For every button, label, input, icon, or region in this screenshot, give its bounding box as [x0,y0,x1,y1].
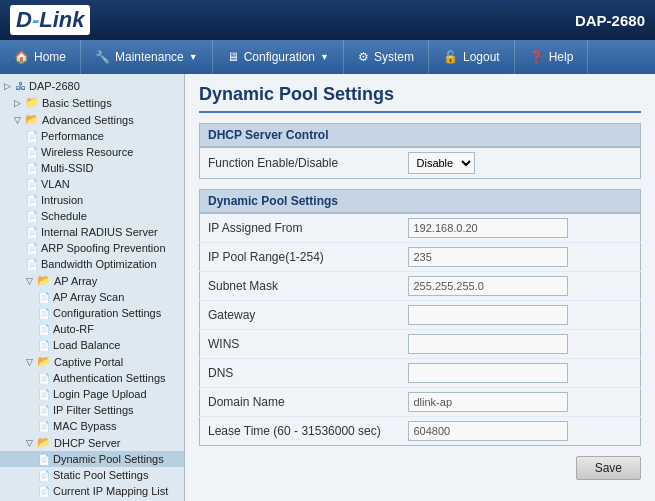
field-row-ip-assigned-from: IP Assigned From [200,214,641,243]
header: D-Link DAP-2680 [0,0,655,40]
sidebar-item-auto-rf[interactable]: 📄 Auto-RF [0,321,184,337]
sidebar-bandwidth-label: Bandwidth Optimization [41,258,157,270]
sidebar-schedule-label: Schedule [41,210,87,222]
schedule-page-icon: 📄 [26,211,38,222]
wireless-page-icon: 📄 [26,147,38,158]
nav-system[interactable]: ⚙ System [344,40,429,74]
dhcp-expand-icon: ▽ [26,438,33,448]
field-input-gateway[interactable] [408,305,568,325]
sidebar-dynamic-pool-label: Dynamic Pool Settings [53,453,164,465]
page-title: Dynamic Pool Settings [199,84,641,113]
content-area: Dynamic Pool Settings DHCP Server Contro… [185,74,655,501]
sidebar-item-arp-spoofing[interactable]: 📄 ARP Spoofing Prevention [0,240,184,256]
sidebar-static-pool-label: Static Pool Settings [53,469,148,481]
sidebar-item-vlan[interactable]: 📄 VLAN [0,176,184,192]
sidebar-item-schedule[interactable]: 📄 Schedule [0,208,184,224]
captive-expand-icon: ▽ [26,357,33,367]
nav-home-label: Home [34,50,66,64]
sidebar-item-wireless-resource[interactable]: 📄 Wireless Resource [0,144,184,160]
navbar: 🏠 Home 🔧 Maintenance ▼ 🖥 Configuration ▼… [0,40,655,74]
dlink-logo: D-Link [10,5,96,35]
dhcp-folder-icon: 📂 [37,436,51,449]
auto-rf-page-icon: 📄 [38,324,50,335]
help-icon: ❓ [529,50,544,64]
sidebar-item-internal-radius[interactable]: 📄 Internal RADIUS Server [0,224,184,240]
sidebar-item-dynamic-pool[interactable]: 📄 Dynamic Pool Settings [0,451,184,467]
sidebar-item-config-settings[interactable]: 📄 Configuration Settings [0,305,184,321]
field-row-ip-pool-range: IP Pool Range(1-254) [200,243,641,272]
mac-bypass-page-icon: 📄 [38,421,50,432]
performance-page-icon: 📄 [26,131,38,142]
function-label: Function Enable/Disable [200,148,400,179]
sidebar-item-captive-portal[interactable]: ▽ 📂 Captive Portal [0,353,184,370]
sidebar-item-basic-settings[interactable]: ▷ 📁 Basic Settings [0,94,184,111]
field-row-subnet-mask: Subnet Mask [200,272,641,301]
main-layout: ▷ 🖧 DAP-2680 ▷ 📁 Basic Settings ▽ 📂 Adva… [0,74,655,501]
nav-home[interactable]: 🏠 Home [0,40,81,74]
sidebar-item-mac-bypass[interactable]: 📄 MAC Bypass [0,418,184,434]
field-row-gateway: Gateway [200,301,641,330]
sidebar-basic-settings-label: Basic Settings [42,97,112,109]
nav-logout-label: Logout [463,50,500,64]
configuration-dropdown-icon: ▼ [320,52,329,62]
sidebar-item-dhcp-server[interactable]: ▽ 📂 DHCP Server [0,434,184,451]
field-input-ip-assigned-from[interactable] [408,218,568,238]
field-row-domain-name: Domain Name [200,388,641,417]
function-row: Function Enable/Disable Disable Enable [200,148,641,179]
field-input-domain-name[interactable] [408,392,568,412]
sidebar-item-load-balance[interactable]: 📄 Load Balance [0,337,184,353]
sidebar-item-advanced-settings[interactable]: ▽ 📂 Advanced Settings [0,111,184,128]
save-button[interactable]: Save [576,456,641,480]
sidebar-arp-label: ARP Spoofing Prevention [41,242,166,254]
captive-folder-icon: 📂 [37,355,51,368]
sidebar-item-login-page[interactable]: 📄 Login Page Upload [0,386,184,402]
sidebar-config-label: Configuration Settings [53,307,161,319]
sidebar-item-ap-array[interactable]: ▽ 📂 AP Array [0,272,184,289]
sidebar-item-multi-ssid[interactable]: 📄 Multi-SSID [0,160,184,176]
sidebar-item-current-ip-mapping[interactable]: 📄 Current IP Mapping List [0,483,184,499]
field-value-cell-ip-assigned-from [400,214,641,243]
sidebar-item-bandwidth[interactable]: 📄 Bandwidth Optimization [0,256,184,272]
sidebar-root[interactable]: ▷ 🖧 DAP-2680 [0,78,184,94]
radius-page-icon: 📄 [26,227,38,238]
field-input-subnet-mask[interactable] [408,276,568,296]
bandwidth-page-icon: 📄 [26,259,38,270]
nav-maintenance[interactable]: 🔧 Maintenance ▼ [81,40,213,74]
sidebar-item-intrusion[interactable]: 📄 Intrusion [0,192,184,208]
maintenance-dropdown-icon: ▼ [189,52,198,62]
ap-array-folder-icon: 📂 [37,274,51,287]
field-input-wins[interactable] [408,334,568,354]
sidebar-vlan-label: VLAN [41,178,70,190]
sidebar-item-ap-array-scan[interactable]: 📄 AP Array Scan [0,289,184,305]
field-input-ip-pool-range[interactable] [408,247,568,267]
load-balance-page-icon: 📄 [38,340,50,351]
ip-filter-page-icon: 📄 [38,405,50,416]
sidebar-radius-label: Internal RADIUS Server [41,226,158,238]
sidebar-item-auth-settings[interactable]: 📄 Authentication Settings [0,370,184,386]
sidebar-current-ip-label: Current IP Mapping List [53,485,168,497]
sidebar: ▷ 🖧 DAP-2680 ▷ 📁 Basic Settings ▽ 📂 Adva… [0,74,185,501]
basic-expand-icon: ▷ [14,98,21,108]
nav-help[interactable]: ❓ Help [515,40,589,74]
field-input-lease-time[interactable] [408,421,568,441]
field-value-cell-domain-name [400,388,641,417]
sidebar-load-balance-label: Load Balance [53,339,120,351]
dynamic-pool-page-icon: 📄 [38,454,50,465]
field-label-subnet-mask: Subnet Mask [200,272,400,301]
sidebar-captive-label: Captive Portal [54,356,123,368]
field-label-ip-pool-range: IP Pool Range(1-254) [200,243,400,272]
field-label-domain-name: Domain Name [200,388,400,417]
sidebar-item-ip-filter[interactable]: 📄 IP Filter Settings [0,402,184,418]
sidebar-item-performance[interactable]: 📄 Performance [0,128,184,144]
field-value-cell-gateway [400,301,641,330]
function-select[interactable]: Disable Enable [408,152,475,174]
sidebar-item-static-pool[interactable]: 📄 Static Pool Settings [0,467,184,483]
root-expand-icon: ▷ [4,81,11,91]
sidebar-multi-ssid-label: Multi-SSID [41,162,94,174]
sidebar-root-label: DAP-2680 [29,80,80,92]
sidebar-login-label: Login Page Upload [53,388,147,400]
login-page-icon: 📄 [38,389,50,400]
nav-configuration[interactable]: 🖥 Configuration ▼ [213,40,344,74]
field-input-dns[interactable] [408,363,568,383]
nav-logout[interactable]: 🔓 Logout [429,40,515,74]
